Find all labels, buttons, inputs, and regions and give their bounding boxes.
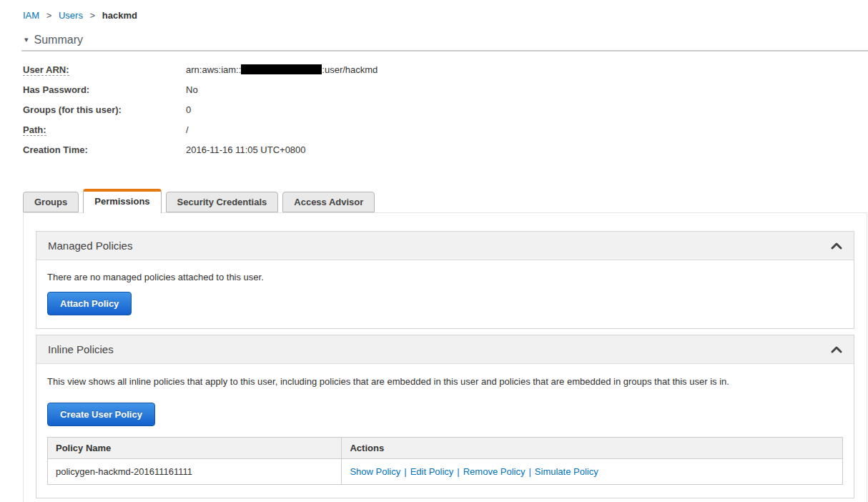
tab-bar: Groups Permissions Security Credentials …	[23, 189, 868, 212]
attach-policy-button[interactable]: Attach Policy	[47, 292, 132, 315]
simulate-policy-link[interactable]: Simulate Policy	[535, 466, 598, 477]
managed-policies-section: Managed Policies There are no managed po…	[36, 231, 854, 329]
user-arn-label: User ARN:	[23, 64, 69, 76]
inline-policies-description: This view shows all inline policies that…	[47, 376, 843, 387]
inline-policies-header: Inline Policies	[36, 335, 854, 364]
column-header-policy-name: Policy Name	[48, 438, 342, 459]
managed-policies-title: Managed Policies	[48, 240, 132, 252]
user-arn-prefix: arn:aws:iam::	[186, 64, 241, 75]
summary-row-has-password: Has Password: No	[23, 80, 868, 100]
managed-policies-header: Managed Policies	[36, 232, 854, 260]
creation-time-value: 2016-11-16 11:05 UTC+0800	[186, 140, 306, 160]
table-header-row: Policy Name Actions	[48, 438, 843, 459]
path-value: /	[186, 120, 189, 140]
show-policy-link[interactable]: Show Policy	[350, 466, 400, 477]
groups-value: 0	[186, 100, 191, 120]
summary-row-path: Path: /	[23, 120, 868, 140]
user-arn-value: arn:aws:iam:::user/hackmd	[186, 60, 378, 80]
managed-policies-body: There are no managed policies attached t…	[36, 260, 854, 328]
chevron-up-icon[interactable]	[831, 242, 842, 250]
action-separator: |	[528, 466, 531, 477]
redacted-account-id	[241, 64, 322, 74]
edit-policy-link[interactable]: Edit Policy	[410, 466, 454, 477]
breadcrumb-separator: >	[46, 10, 52, 21]
summary-row-user-arn: User ARN: arn:aws:iam:::user/hackmd	[23, 60, 868, 80]
triangle-down-icon[interactable]: ▾	[24, 35, 29, 44]
inline-policies-body: This view shows all inline policies that…	[36, 364, 854, 498]
breadcrumb-separator: >	[90, 10, 96, 21]
chevron-up-icon[interactable]	[831, 346, 842, 353]
has-password-label: Has Password:	[23, 80, 186, 100]
groups-label: Groups (for this user):	[23, 100, 186, 120]
path-label: Path:	[23, 124, 46, 136]
inline-policies-section: Inline Policies This view shows all inli…	[36, 335, 854, 498]
breadcrumb: IAM > Users > hackmd	[0, 0, 868, 21]
summary-row-groups: Groups (for this user): 0	[23, 100, 868, 120]
remove-policy-link[interactable]: Remove Policy	[463, 466, 526, 477]
action-separator: |	[404, 466, 406, 477]
summary-divider	[21, 50, 868, 51]
summary-heading: ▾Summary	[24, 34, 868, 46]
tab-permissions[interactable]: Permissions	[83, 189, 161, 213]
creation-time-label: Creation Time:	[23, 140, 186, 160]
policy-name-cell: policygen-hackmd-201611161111	[48, 459, 342, 485]
permissions-tab-panel: Managed Policies There are no managed po…	[23, 212, 867, 502]
column-header-actions: Actions	[342, 438, 843, 459]
create-user-policy-button[interactable]: Create User Policy	[47, 403, 155, 426]
breadcrumb-current-user: hackmd	[102, 10, 137, 21]
breadcrumb-link-users[interactable]: Users	[59, 10, 83, 21]
summary-title-label: Summary	[34, 34, 83, 46]
table-row: policygen-hackmd-201611161111 Show Polic…	[48, 459, 843, 485]
inline-policies-title: Inline Policies	[48, 343, 114, 355]
summary-row-creation-time: Creation Time: 2016-11-16 11:05 UTC+0800	[23, 140, 868, 160]
user-arn-suffix: :user/hackmd	[322, 64, 378, 75]
has-password-value: No	[186, 80, 198, 100]
action-separator: |	[457, 466, 459, 477]
breadcrumb-link-iam[interactable]: IAM	[23, 10, 39, 21]
managed-policies-empty-text: There are no managed policies attached t…	[47, 272, 843, 282]
inline-policies-table: Policy Name Actions policygen-hackmd-201…	[47, 437, 843, 485]
tab-access-advisor[interactable]: Access Advisor	[282, 192, 375, 212]
summary-fields: User ARN: arn:aws:iam:::user/hackmd Has …	[23, 60, 868, 160]
tab-groups[interactable]: Groups	[23, 192, 79, 212]
tab-security-credentials[interactable]: Security Credentials	[166, 192, 279, 212]
policy-actions-cell: Show Policy|Edit Policy|Remove Policy|Si…	[342, 459, 843, 485]
